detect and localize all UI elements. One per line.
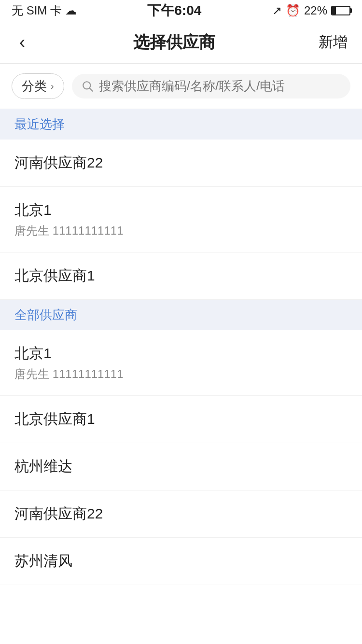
alarm-icon: ⏰ xyxy=(286,4,300,17)
search-box[interactable] xyxy=(72,74,350,98)
status-bar: 无 SIM 卡 ☁ 下午6:04 ↗ ⏰ 22% xyxy=(0,0,362,21)
item-name: 河南供应商22 xyxy=(14,153,348,173)
item-name: 河南供应商22 xyxy=(14,504,348,524)
nav-bar: ‹ 选择供应商 新增 xyxy=(0,21,362,64)
list-item[interactable]: 杭州维达 xyxy=(0,443,362,490)
battery-icon xyxy=(331,6,350,15)
back-button[interactable]: ‹ xyxy=(14,28,30,57)
search-input[interactable] xyxy=(99,79,341,94)
recent-header-text: 最近选择 xyxy=(14,117,65,131)
recent-section-header: 最近选择 xyxy=(0,109,362,140)
chevron-icon: › xyxy=(51,81,54,92)
status-right: ↗ ⏰ 22% xyxy=(272,4,350,17)
list-item[interactable]: 北京供应商1 xyxy=(0,396,362,443)
all-header-text: 全部供应商 xyxy=(14,308,77,322)
list-item[interactable]: 北京1 唐先生 11111111111 xyxy=(0,187,362,252)
item-name: 北京1 xyxy=(14,200,348,220)
list-item[interactable]: 河南供应商22 xyxy=(0,490,362,538)
filter-bar: 分类 › xyxy=(0,64,362,109)
category-filter[interactable]: 分类 › xyxy=(12,73,64,99)
search-icon xyxy=(82,80,94,93)
page-title: 选择供应商 xyxy=(133,31,215,54)
svg-line-1 xyxy=(89,88,92,91)
list-item[interactable]: 河南供应商22 xyxy=(0,140,362,187)
item-name: 苏州清风 xyxy=(14,551,348,571)
list-item[interactable]: 北京供应商1 xyxy=(0,252,362,300)
item-name: 北京1 xyxy=(14,344,348,364)
add-button[interactable]: 新增 xyxy=(319,32,348,52)
item-sub: 唐先生 11111111111 xyxy=(14,223,348,238)
sim-status: 无 SIM 卡 ☁ xyxy=(12,3,77,18)
all-list: 北京1 唐先生 11111111111 北京供应商1杭州维达河南供应商22苏州清… xyxy=(0,330,362,585)
item-sub: 唐先生 11111111111 xyxy=(14,366,348,382)
item-name: 北京供应商1 xyxy=(14,266,348,286)
location-icon: ↗ xyxy=(272,4,282,17)
item-name: 杭州维达 xyxy=(14,457,348,476)
status-left: 无 SIM 卡 ☁ xyxy=(12,3,77,18)
recent-list: 河南供应商22 北京1 唐先生 11111111111 北京供应商1 xyxy=(0,140,362,300)
status-time: 下午6:04 xyxy=(147,1,201,20)
item-name: 北京供应商1 xyxy=(14,409,348,429)
all-section-header: 全部供应商 xyxy=(0,300,362,330)
battery-percent: 22% xyxy=(304,4,327,17)
list-item[interactable]: 北京1 唐先生 11111111111 xyxy=(0,330,362,396)
category-label: 分类 xyxy=(22,78,47,95)
list-item[interactable]: 苏州清风 xyxy=(0,538,362,585)
